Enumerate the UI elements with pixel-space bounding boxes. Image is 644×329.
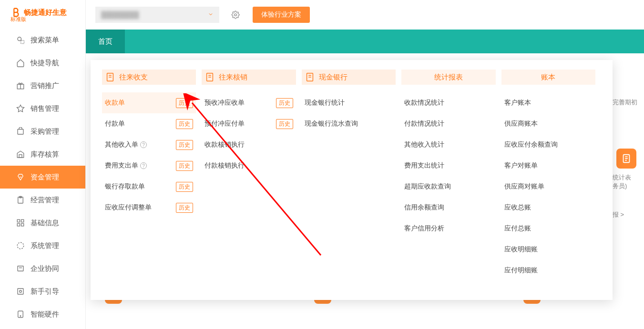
menu-column-title: 往来核销 xyxy=(219,73,247,82)
svg-marker-4 xyxy=(17,105,24,112)
svg-point-18 xyxy=(20,290,22,293)
history-tag[interactable]: 历史 xyxy=(176,119,193,129)
sidebar-item-label: 销售管理 xyxy=(31,104,59,113)
menu-item[interactable]: 付款单历史 xyxy=(102,113,196,134)
menu-column-2: 现金银行现金银行统计现金银行流水查询 xyxy=(302,70,401,281)
tab-bar: 首页 xyxy=(86,30,644,53)
menu-item[interactable]: 信用余额查询 xyxy=(401,197,495,218)
menu-item[interactable]: 供应商对账单 xyxy=(501,176,595,197)
menu-item[interactable]: 费用支出单?历史 xyxy=(102,155,196,176)
sidebar-item-label: 基础信息 xyxy=(31,219,59,228)
svg-rect-5 xyxy=(18,130,23,135)
menu-column-header: 往来收支 xyxy=(102,70,196,85)
menu-item-label: 应收应付调整单 xyxy=(105,203,152,212)
chevron-down-icon xyxy=(208,11,214,19)
menu-item[interactable]: 预付冲应付单历史 xyxy=(202,113,296,134)
spinner-icon xyxy=(16,241,25,250)
settings-button[interactable] xyxy=(228,7,243,22)
search-icon xyxy=(16,36,25,44)
menu-item[interactable]: 其他收入单?历史 xyxy=(102,134,196,155)
menu-item[interactable]: 应收应付调整单历史 xyxy=(102,197,196,218)
history-tag[interactable]: 历史 xyxy=(176,161,193,171)
menu-item[interactable]: 收款单历史 xyxy=(102,92,196,113)
menu-item[interactable]: 银行存取款单历史 xyxy=(102,176,196,197)
menu-item[interactable]: 客户对账单 xyxy=(501,155,595,176)
menu-item[interactable]: 客户账本 xyxy=(501,92,595,113)
sidebar-item-label: 搜索菜单 xyxy=(31,36,59,45)
menu-item[interactable]: 应付明细账 xyxy=(501,260,595,281)
menu-column-title: 统计报表 xyxy=(434,73,463,82)
sidebar-item-12[interactable]: 智能硬件 xyxy=(0,303,85,326)
menu-item-label: 其他收入单? xyxy=(105,140,147,149)
clipboard-icon xyxy=(16,196,25,204)
sidebar-item-11[interactable]: 新手引导 xyxy=(0,280,85,303)
sidebar-item-2[interactable]: 营销推广 xyxy=(0,74,85,97)
menu-item[interactable]: 付款情况统计 xyxy=(401,113,495,134)
svg-point-0 xyxy=(18,37,21,41)
menu-item[interactable]: 客户信用分析 xyxy=(401,218,495,239)
sidebar-item-1[interactable]: 快捷导航 xyxy=(0,51,85,74)
svg-point-21 xyxy=(235,14,237,16)
history-tag[interactable]: 历史 xyxy=(176,182,193,192)
sidebar-item-5[interactable]: 库存核算 xyxy=(0,143,85,166)
menu-item-label: 客户对账单 xyxy=(504,161,538,170)
history-tag[interactable]: 历史 xyxy=(276,98,293,108)
hint-report: 报 > xyxy=(613,210,644,219)
menu-item-label: 应收明细账 xyxy=(504,245,538,254)
menu-column-4: 账本客户账本供应商账本应收应付余额查询客户对账单供应商对账单应收总账应付总账应收… xyxy=(501,70,601,281)
menu-item[interactable]: 预收冲应收单历史 xyxy=(202,92,296,113)
hint-stats-table: 统计表 务员) xyxy=(613,173,644,190)
menu-item[interactable]: 供应商账本 xyxy=(501,113,595,134)
menu-item-label: 信用余额查询 xyxy=(404,203,444,212)
hint-complete-initial: 完善期初 xyxy=(613,98,644,107)
sidebar-item-10[interactable]: 企业协同 xyxy=(0,257,85,280)
history-tag[interactable]: 历史 xyxy=(176,98,193,108)
menu-item[interactable]: 付款核销执行 xyxy=(202,155,296,176)
sidebar-item-6[interactable]: 资金管理 xyxy=(0,166,85,189)
sidebar-item-7[interactable]: 经营管理 xyxy=(0,189,85,211)
money-icon xyxy=(16,173,25,181)
menu-item[interactable]: 现金银行流水查询 xyxy=(302,113,396,134)
menu-item-label: 费用支出统计 xyxy=(404,161,444,170)
help-icon[interactable]: ? xyxy=(140,162,147,169)
menu-item[interactable]: 费用支出统计 xyxy=(401,155,495,176)
sidebar-item-label: 资金管理 xyxy=(31,173,59,182)
mega-menu: 往来收支收款单历史付款单历史其他收入单?历史费用支出单?历史银行存取款单历史应收… xyxy=(91,60,613,300)
menu-item-label: 应收总账 xyxy=(504,203,531,212)
menu-item[interactable]: 应收明细账 xyxy=(501,239,595,260)
top-bar: ████████ 体验行业方案 xyxy=(86,0,644,30)
history-tag[interactable]: 历史 xyxy=(176,203,193,213)
menu-item-label: 预收冲应收单 xyxy=(204,99,245,107)
sidebar-item-4[interactable]: 采购管理 xyxy=(0,120,85,143)
menu-item[interactable]: 其他收入统计 xyxy=(401,134,495,155)
menu-item[interactable]: 应收应付余额查询 xyxy=(501,134,595,155)
gift-icon xyxy=(16,81,25,90)
menu-item[interactable]: 现金银行统计 xyxy=(302,92,396,113)
menu-item-label: 付款核销执行 xyxy=(204,161,245,170)
menu-item[interactable]: 超期应收款查询 xyxy=(401,176,495,197)
svg-rect-17 xyxy=(18,289,23,294)
menu-item-label: 收款核销执行 xyxy=(204,140,245,149)
company-dropdown[interactable]: ████████ xyxy=(95,7,219,23)
history-tag[interactable]: 历史 xyxy=(176,140,193,150)
help-icon[interactable]: ? xyxy=(140,141,147,148)
menu-item[interactable]: 收款情况统计 xyxy=(401,92,495,113)
primary-button[interactable]: 体验行业方案 xyxy=(253,7,310,23)
sidebar-item-9[interactable]: 系统管理 xyxy=(0,234,85,257)
menu-item-label: 应收应付余额查询 xyxy=(504,140,558,149)
menu-item[interactable]: 收款核销执行 xyxy=(202,134,296,155)
tab-home[interactable]: 首页 xyxy=(86,30,125,53)
svg-point-14 xyxy=(17,242,24,249)
compass-icon xyxy=(16,287,25,296)
sidebar-item-label: 系统管理 xyxy=(31,241,59,250)
menu-column-title: 现金银行 xyxy=(319,73,348,82)
floating-doc-button[interactable] xyxy=(616,149,636,169)
sidebar-item-8[interactable]: 基础信息 xyxy=(0,211,85,234)
menu-item[interactable]: 应收总账 xyxy=(501,197,595,218)
sidebar-item-3[interactable]: 销售管理 xyxy=(0,97,85,120)
history-tag[interactable]: 历史 xyxy=(276,119,293,129)
sidebar-item-0[interactable]: 搜索菜单 xyxy=(0,29,85,51)
menu-item[interactable]: 应付总账 xyxy=(501,218,595,239)
menu-column-header: 账本 xyxy=(501,70,595,85)
svg-rect-10 xyxy=(17,219,20,222)
